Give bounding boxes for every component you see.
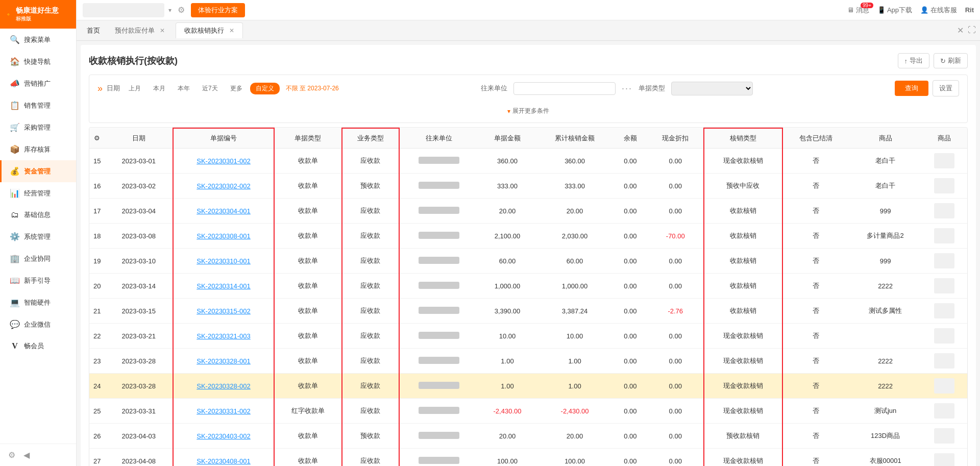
cell-partner <box>399 274 478 299</box>
bill-no-link[interactable]: SK-20230408-001 <box>197 457 251 465</box>
tab-collection-close[interactable]: ✕ <box>229 27 234 34</box>
tab-prepay[interactable]: 预付款应付单 ✕ <box>106 22 174 38</box>
sidebar-item-basic[interactable]: 🗂 基础信息 <box>0 204 76 226</box>
cell-cancel-type: 现金收款核销 <box>704 374 782 399</box>
sidebar-item-corp[interactable]: 🏢 企业协同 <box>0 248 76 269</box>
cell-date: 2023-03-21 <box>105 324 173 349</box>
cell-bill-no: SK-20230403-002 <box>173 424 274 449</box>
sidebar-item-finance[interactable]: 💰 资金管理 <box>0 160 76 182</box>
bill-no-link[interactable]: SK-20230331-002 <box>197 407 251 415</box>
message-badge[interactable]: 🖥 消息 99+ <box>847 6 869 15</box>
cell-acc-amount: 10.00 <box>536 324 614 349</box>
tab-close-all-icon[interactable]: ✕ <box>957 26 964 35</box>
bill-type-select[interactable] <box>671 82 753 95</box>
cell-bill-no: SK-20230302-002 <box>173 174 274 199</box>
filter-more[interactable]: 更多 <box>226 83 247 94</box>
cell-acc-amount: 100.00 <box>536 449 614 467</box>
online-service[interactable]: 👤 在线客服 <box>920 6 957 15</box>
bill-no-link[interactable]: SK-20230315-002 <box>197 307 251 315</box>
tab-expand-icon[interactable]: ⛶ <box>968 26 976 35</box>
tab-collection[interactable]: 收款核销执行 ✕ <box>176 22 243 38</box>
sidebar-label-hardware: 智能硬件 <box>24 298 51 307</box>
topbar-dropdown-arrow[interactable]: ▾ <box>168 7 172 14</box>
filter-last-month[interactable]: 上月 <box>124 83 145 94</box>
sidebar-item-search[interactable]: 🔍 搜索菜单 <box>0 29 76 51</box>
cell-amount: -2,430.00 <box>478 399 536 424</box>
sidebar-item-sales[interactable]: 📋 销售管理 <box>0 94 76 116</box>
sidebar-item-inventory[interactable]: 📦 库存核算 <box>0 138 76 160</box>
refresh-button[interactable]: ↻ 刷新 <box>934 53 968 68</box>
cell-balance: 0.00 <box>613 224 647 249</box>
cell-discount: 0.00 <box>648 249 704 274</box>
cell-biz-type: 应收款 <box>342 199 399 224</box>
cell-goods1: 999 <box>849 249 921 274</box>
bill-no-link[interactable]: SK-20230308-001 <box>197 232 251 240</box>
filter-7days[interactable]: 近7天 <box>198 83 223 94</box>
bill-no-link[interactable]: SK-20230301-002 <box>197 157 251 165</box>
sidebar-item-wechat[interactable]: 💬 企业微信 <box>0 313 76 335</box>
partner-input[interactable] <box>513 82 616 95</box>
table-row: 23 2023-03-28 SK-20230328-001 收款单 应收款 1.… <box>89 349 967 374</box>
bill-no-link[interactable]: SK-20230310-001 <box>197 257 251 265</box>
sidebar-item-hardware[interactable]: 💻 智能硬件 <box>0 291 76 313</box>
setting-button[interactable]: 设置 <box>933 80 959 96</box>
tabbar-controls: ✕ ⛶ <box>957 26 976 35</box>
cell-goods2 <box>921 174 967 199</box>
gear-icon[interactable]: ⚙ <box>8 450 15 460</box>
sidebar-item-purchase[interactable]: 🛒 采购管理 <box>0 116 76 138</box>
cell-cancel-type: 收款核销 <box>704 299 782 324</box>
filter-this-month[interactable]: 本月 <box>149 83 170 94</box>
filter-this-year[interactable]: 本年 <box>173 83 194 94</box>
topbar-search-display <box>83 3 164 17</box>
sidebar-item-guide[interactable]: 📖 新手引导 <box>0 269 76 291</box>
system-icon: ⚙️ <box>10 232 20 241</box>
filter-date-options: 上月 本月 本年 近7天 更多 自定义 <box>124 83 280 94</box>
expand-more-btn[interactable]: ▾ 展开更多条件 <box>505 105 551 117</box>
filter-custom[interactable]: 自定义 <box>250 83 280 94</box>
cell-biz-type: 应收款 <box>342 299 399 324</box>
cell-goods2 <box>921 349 967 374</box>
sidebar-item-quicknav[interactable]: 🏠 快捷导航 <box>0 51 76 72</box>
tab-home[interactable]: 首页 <box>81 23 106 38</box>
cell-bill-no: SK-20230314-001 <box>173 274 274 299</box>
cell-date: 2023-03-02 <box>105 174 173 199</box>
cell-goods2 <box>921 149 967 174</box>
cell-partner <box>399 299 478 324</box>
sidebar-item-operation[interactable]: 📊 经营管理 <box>0 182 76 204</box>
cell-goods2 <box>921 374 967 399</box>
cell-cancel-type: 收款核销 <box>704 274 782 299</box>
cell-bill-type: 收款单 <box>274 424 342 449</box>
collapse-icon[interactable]: ◀ <box>23 450 30 460</box>
bill-no-link[interactable]: SK-20230403-002 <box>197 432 251 440</box>
col-cancel-type: 核销类型 <box>704 128 782 149</box>
bill-no-link[interactable]: SK-20230328-002 <box>197 382 251 390</box>
page-content: 收款核销执行(按收款) ↑ 导出 ↻ 刷新 » 日期 <box>77 41 980 466</box>
collapse-filter-icon[interactable]: » <box>97 83 103 94</box>
sidebar-label-member: 畅会员 <box>24 341 44 351</box>
cell-no: 25 <box>89 399 105 424</box>
cell-discount: 0.00 <box>648 174 704 199</box>
sidebar-item-system[interactable]: ⚙️ 系统管理 <box>0 226 76 248</box>
bill-no-link[interactable]: SK-20230302-002 <box>197 182 251 190</box>
hardware-icon: 💻 <box>10 298 20 307</box>
cell-discount: 0.00 <box>648 374 704 399</box>
bill-no-link[interactable]: SK-20230304-001 <box>197 207 251 215</box>
sidebar-label-operation: 经营管理 <box>24 189 51 198</box>
bill-no-link[interactable]: SK-20230314-001 <box>197 282 251 290</box>
sidebar-item-member[interactable]: V 畅会员 <box>0 335 76 357</box>
sidebar-item-marketing[interactable]: 📣 营销推广 <box>0 72 76 94</box>
sidebar-logo: 🔸 畅康道好生意 标推版 <box>0 0 76 29</box>
export-button[interactable]: ↑ 导出 <box>898 53 930 68</box>
topbar-gear-icon[interactable]: ⚙ <box>176 5 187 15</box>
query-button[interactable]: 查询 <box>895 81 928 96</box>
tab-prepay-close[interactable]: ✕ <box>160 27 165 34</box>
cell-cancel-type: 现金收款核销 <box>704 449 782 467</box>
cell-acc-amount: -2,430.00 <box>536 399 614 424</box>
app-download[interactable]: 📱 App下载 <box>877 6 912 15</box>
bill-no-link[interactable]: SK-20230321-003 <box>197 332 251 340</box>
col-settings[interactable]: ⚙ <box>89 128 105 149</box>
filter-dots: ··· <box>622 83 632 94</box>
bill-no-link[interactable]: SK-20230328-001 <box>197 357 251 365</box>
industry-solution-button[interactable]: 体验行业方案 <box>191 3 245 17</box>
user-info[interactable]: Rit <box>965 6 974 14</box>
